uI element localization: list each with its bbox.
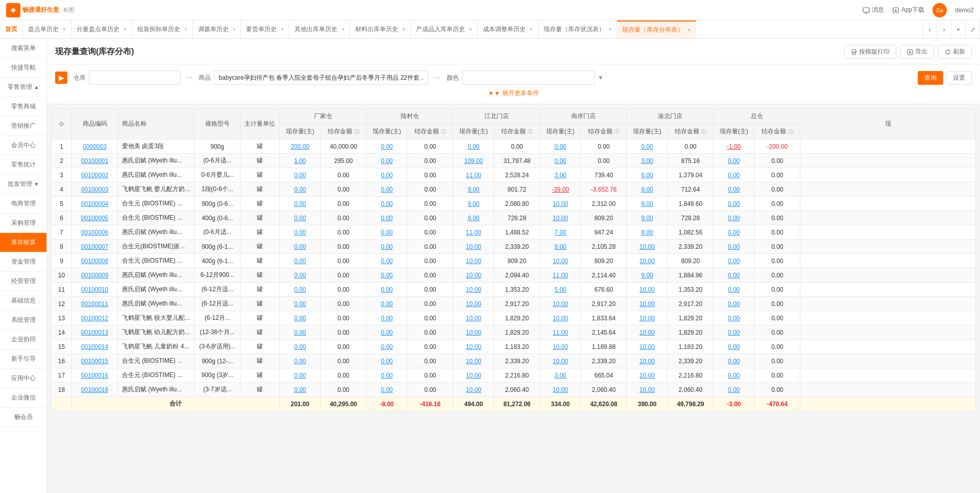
table-cell[interactable]: 0.00 bbox=[714, 182, 754, 197]
table-cell[interactable]: 0.00 bbox=[366, 211, 407, 225]
table-cell[interactable]: 8.00 bbox=[627, 225, 668, 240]
table-cell[interactable]: 10.00 bbox=[627, 325, 668, 340]
table-cell[interactable]: 00100008 bbox=[72, 254, 118, 268]
table-cell[interactable]: 0.00 bbox=[627, 139, 668, 154]
table-cell[interactable]: 0.00 bbox=[366, 240, 407, 254]
sidebar-item-retail-stats[interactable]: 零售统计 bbox=[0, 155, 46, 175]
sidebar-item-system[interactable]: 系统管理 bbox=[0, 311, 46, 330]
table-cell[interactable]: -1.00 bbox=[714, 139, 754, 154]
table-cell[interactable]: 0.00 bbox=[280, 325, 321, 340]
sidebar-item-marketing[interactable]: 营销推广 bbox=[0, 116, 46, 136]
color-input[interactable] bbox=[462, 71, 595, 85]
sidebar-item-quick-nav[interactable]: 快捷导航 bbox=[0, 58, 46, 78]
warehouse-picker-btn[interactable]: ··· bbox=[186, 73, 192, 82]
table-cell[interactable]: 3.00 bbox=[627, 154, 668, 168]
tab-transfer[interactable]: 调拨单历史 × bbox=[193, 20, 241, 39]
table-cell[interactable]: 0.00 bbox=[366, 268, 407, 283]
table-cell[interactable]: 11.00 bbox=[453, 225, 494, 240]
tab-other-out-close[interactable]: × bbox=[341, 27, 345, 32]
table-cell[interactable]: 0.00 bbox=[280, 268, 321, 283]
table-cell[interactable]: 10.00 bbox=[627, 368, 668, 383]
table-cell[interactable]: 8.00 bbox=[627, 182, 668, 197]
table-cell[interactable]: 0.00 bbox=[714, 168, 754, 182]
sidebar-item-members[interactable]: 畅会员 bbox=[0, 408, 46, 427]
table-cell[interactable]: 0.00 bbox=[714, 283, 754, 297]
table-cell[interactable]: 0.00 bbox=[366, 225, 407, 240]
tab-next-btn[interactable]: › bbox=[937, 20, 951, 39]
table-cell[interactable]: 10.00 bbox=[453, 297, 494, 311]
table-cell[interactable]: 0.00 bbox=[280, 311, 321, 325]
table-cell[interactable]: 00100010 bbox=[72, 283, 118, 297]
table-cell[interactable]: 3.00 bbox=[540, 368, 581, 383]
table-cell[interactable]: 00100004 bbox=[72, 197, 118, 211]
table-cell[interactable]: 109.00 bbox=[453, 154, 494, 168]
user-avatar[interactable]: Ea bbox=[933, 3, 947, 17]
table-cell[interactable]: 0.00 bbox=[366, 368, 407, 383]
table-cell[interactable]: 10.00 bbox=[453, 340, 494, 354]
sidebar-item-app-center[interactable]: 应用中心 bbox=[0, 369, 46, 388]
table-cell[interactable]: 10.00 bbox=[540, 340, 581, 354]
table-cell[interactable]: 9.00 bbox=[453, 182, 494, 197]
table-cell[interactable]: 0.00 bbox=[280, 354, 321, 368]
tab-assemble-close[interactable]: × bbox=[184, 27, 187, 32]
zongcang-info-icon[interactable]: ⓘ bbox=[788, 129, 793, 134]
table-cell[interactable]: 8.00 bbox=[627, 197, 668, 211]
table-cell[interactable]: 9.00 bbox=[453, 211, 494, 225]
table-cell[interactable]: 1.00 bbox=[280, 154, 321, 168]
table-cell[interactable]: 0.00 bbox=[280, 340, 321, 354]
table-cell[interactable]: 10.00 bbox=[627, 240, 668, 254]
table-cell[interactable]: 00100015 bbox=[72, 354, 118, 368]
table-cell[interactable]: -39.00 bbox=[540, 182, 581, 197]
table-cell[interactable]: 9.00 bbox=[540, 240, 581, 254]
table-cell[interactable]: 0.00 bbox=[714, 311, 754, 325]
table-cell[interactable]: 0.00 bbox=[366, 297, 407, 311]
sidebar-item-operations[interactable]: 经营管理 bbox=[0, 272, 46, 291]
lucun-info-icon[interactable]: ⓘ bbox=[441, 129, 446, 134]
table-cell[interactable]: 0.00 bbox=[714, 325, 754, 340]
jiangbei-info-icon[interactable]: ⓘ bbox=[528, 129, 533, 134]
table-area[interactable]: ⚙ 商品编码 商品名称 规格型号 主计量单位 厂家仓 陆村仓 江北门店 南岸门店… bbox=[47, 104, 980, 493]
table-cell[interactable]: 0.00 bbox=[366, 354, 407, 368]
tab-material-out[interactable]: 材料出库单历史 × bbox=[350, 20, 411, 39]
table-cell[interactable]: 6.00 bbox=[627, 168, 668, 182]
tab-stock-dist[interactable]: 现存量（库存分布表） × bbox=[617, 20, 696, 39]
table-cell[interactable]: 10.00 bbox=[540, 311, 581, 325]
table-cell[interactable]: 7.00 bbox=[540, 225, 581, 240]
nanan-info-icon[interactable]: ⓘ bbox=[615, 129, 620, 134]
export-btn[interactable]: 导出 bbox=[900, 45, 934, 59]
table-cell[interactable]: 00100003 bbox=[72, 182, 118, 197]
table-cell[interactable]: 0.00 bbox=[280, 383, 321, 397]
table-cell[interactable]: 10.00 bbox=[540, 354, 581, 368]
table-cell[interactable]: 0.00 bbox=[714, 225, 754, 240]
tab-stock-status-close[interactable]: × bbox=[609, 27, 612, 32]
query-btn[interactable]: 查询 bbox=[918, 71, 943, 85]
table-cell[interactable]: 00100012 bbox=[72, 311, 118, 325]
table-cell[interactable]: 0.00 bbox=[453, 139, 494, 154]
table-cell[interactable]: 5.00 bbox=[540, 283, 581, 297]
table-cell[interactable]: 0.00 bbox=[280, 168, 321, 182]
tab-cost-adjust-close[interactable]: × bbox=[530, 27, 533, 32]
table-cell[interactable]: 0.00 bbox=[714, 197, 754, 211]
table-cell[interactable]: 200.00 bbox=[280, 139, 321, 154]
tab-fullscreen-btn[interactable]: ⤢ bbox=[966, 20, 980, 39]
app-download-btn[interactable]: App下载 bbox=[892, 6, 924, 14]
table-cell[interactable]: 10.00 bbox=[453, 268, 494, 283]
color-dropdown-arrow[interactable]: ▼ bbox=[598, 74, 604, 81]
tab-transfer-close[interactable]: × bbox=[233, 27, 236, 32]
table-cell[interactable]: 0.00 bbox=[714, 254, 754, 268]
tab-production-in[interactable]: 产成品入库单历史 × bbox=[411, 20, 478, 39]
table-cell[interactable]: 0000003 bbox=[72, 139, 118, 154]
table-cell[interactable]: 0.00 bbox=[366, 182, 407, 197]
table-cell[interactable]: 0.00 bbox=[366, 383, 407, 397]
table-cell[interactable]: 0.00 bbox=[280, 368, 321, 383]
table-cell[interactable]: 0.00 bbox=[540, 139, 581, 154]
table-cell[interactable]: 10.00 bbox=[540, 197, 581, 211]
table-cell[interactable]: 11.00 bbox=[540, 268, 581, 283]
table-cell[interactable]: 0.00 bbox=[714, 240, 754, 254]
warehouse-input[interactable] bbox=[89, 71, 181, 85]
table-cell[interactable]: 3.00 bbox=[540, 168, 581, 182]
table-cell[interactable]: 00100001 bbox=[72, 154, 118, 168]
sidebar-item-finance[interactable]: 资金管理 bbox=[0, 252, 46, 272]
table-cell[interactable]: 00100002 bbox=[72, 168, 118, 182]
sidebar-item-inventory[interactable]: 库存核算 bbox=[0, 233, 46, 252]
